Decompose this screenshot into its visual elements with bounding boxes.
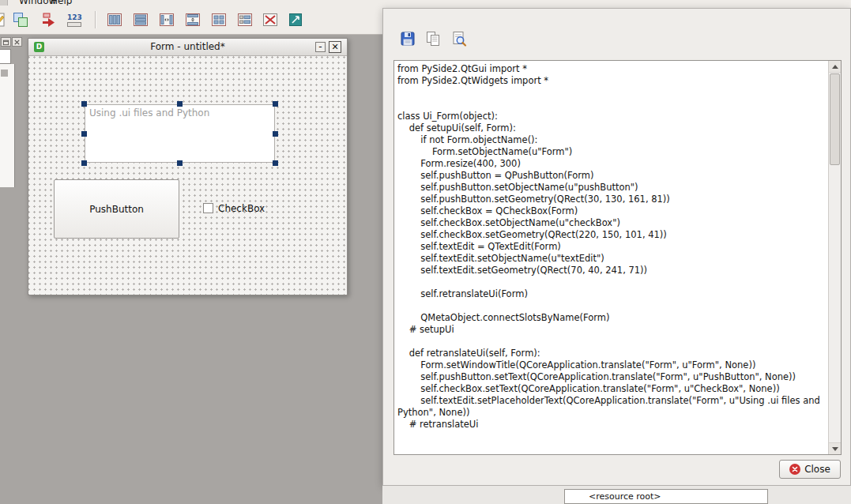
copy-icon[interactable]	[424, 30, 442, 47]
selection-handle[interactable]	[177, 160, 183, 166]
edit-widgets-icon[interactable]	[11, 10, 30, 29]
break-layout-icon[interactable]	[261, 10, 280, 29]
selection-handle[interactable]	[273, 131, 278, 137]
selection-handle[interactable]	[81, 101, 87, 107]
menu-bar: Window Help	[0, 0, 851, 6]
close-button[interactable]: ✕	[329, 41, 341, 53]
dock-close-button[interactable]	[12, 37, 22, 47]
minimize-button[interactable]: -	[315, 42, 326, 52]
code-editor[interactable]: from PySide2.QtGui import * from PySide2…	[393, 60, 842, 455]
layout-vertical-icon[interactable]	[131, 10, 150, 29]
form-editor-window[interactable]: D Form - untitled* - ✕ Using .ui files a…	[28, 38, 348, 295]
dock-float-button[interactable]	[1, 37, 11, 47]
form-canvas[interactable]: Using .ui files and Python PushButton Ch…	[28, 56, 347, 295]
find-icon[interactable]	[450, 30, 468, 47]
layout-horizontal-icon[interactable]	[105, 10, 124, 29]
vertical-scrollbar[interactable]	[828, 61, 841, 454]
clipped-icon-fragment	[0, 0, 8, 6]
toolbar-separator	[95, 11, 96, 28]
checkbox-label: CheckBox	[218, 203, 265, 214]
selection-handle[interactable]	[273, 101, 278, 107]
tab-order-glyph: 123	[67, 13, 82, 21]
close-x-icon	[789, 464, 800, 475]
code-preview-dialog: from PySide2.QtGui import * from PySide2…	[382, 8, 851, 486]
selection-handle[interactable]	[273, 160, 278, 166]
edit-signals-slots-icon[interactable]	[40, 10, 58, 29]
resource-root-item[interactable]: <resource root>	[565, 490, 767, 503]
document-edit-icon[interactable]	[0, 10, 9, 29]
widgetbox-panel-fragment	[0, 64, 15, 187]
save-icon[interactable]	[399, 30, 416, 47]
layout-grid-icon[interactable]	[209, 10, 228, 29]
selection-handle[interactable]	[81, 131, 87, 137]
textedit-widget[interactable]: Using .ui files and Python	[85, 104, 275, 163]
scroll-up-icon[interactable]	[829, 61, 841, 73]
filter-input-fragment[interactable]	[0, 49, 11, 64]
checkbox-widget[interactable]: CheckBox	[203, 202, 265, 214]
close-label: Close	[804, 464, 830, 475]
adjust-size-icon[interactable]	[286, 10, 305, 29]
form-titlebar[interactable]: D Form - untitled* - ✕	[28, 39, 347, 56]
checkbox-indicator[interactable]	[203, 203, 213, 213]
form-window-icon: D	[34, 42, 44, 52]
form-title: Form - untitled*	[150, 41, 224, 52]
pushbutton-widget[interactable]: PushButton	[54, 179, 179, 239]
selection-handle[interactable]	[177, 101, 183, 107]
qt-designer-window: Window Help 123	[0, 0, 851, 504]
menu-help[interactable]: Help	[51, 0, 72, 6]
layout-splitter-horizontal-icon[interactable]	[157, 10, 176, 29]
scrollbar-thumb[interactable]	[830, 73, 840, 165]
selection-handle[interactable]	[81, 160, 87, 166]
edit-tab-order-icon[interactable]: 123	[65, 10, 84, 29]
resource-browser: <resource root>	[564, 489, 768, 504]
code-text[interactable]: from PySide2.QtGui import * from PySide2…	[397, 63, 827, 452]
layout-splitter-vertical-icon[interactable]	[183, 10, 202, 29]
layout-form-icon[interactable]	[235, 10, 254, 29]
filter-icon	[1, 70, 8, 77]
scroll-down-icon[interactable]	[829, 442, 841, 454]
dialog-close-button[interactable]: Close	[779, 460, 841, 479]
textedit-placeholder: Using .ui files and Python	[89, 107, 209, 118]
